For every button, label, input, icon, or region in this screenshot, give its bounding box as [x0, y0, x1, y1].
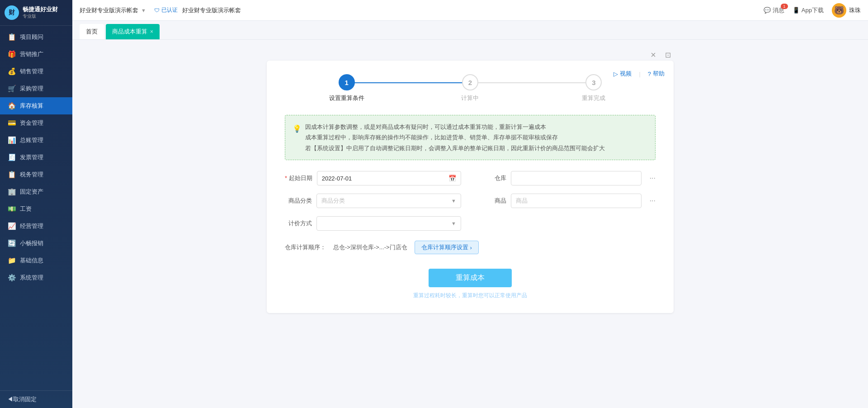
- goods-input[interactable]: 商品: [511, 194, 642, 208]
- message-badge: 1: [781, 4, 788, 9]
- sidebar-label-finance: 资金管理: [20, 119, 43, 127]
- price-method-arrow-icon: ▼: [451, 221, 456, 226]
- project-icon: 📋: [7, 33, 16, 41]
- panel-controls-bar: × ⊡: [267, 49, 674, 61]
- category-label: 商品分类: [285, 197, 312, 205]
- logo-sub: 专业版: [23, 13, 58, 19]
- app-download-button[interactable]: 📱 App下载: [793, 6, 824, 14]
- step-3: 3 重算完成: [532, 74, 656, 102]
- start-date-input[interactable]: 2022-07-01 📅: [317, 171, 461, 185]
- tab-recalc[interactable]: 商品成本重算 ×: [106, 24, 160, 39]
- main-area: 好业财专业版演示帐套 ▼ 🛡 已认证 好业财专业版演示帐套 💬 消息 1 📱 A…: [72, 0, 868, 408]
- step-3-circle: 3: [585, 74, 602, 90]
- sidebar-item-invoice[interactable]: 🧾 发票管理: [0, 149, 72, 166]
- sidebar-label-accounting: 总账管理: [20, 136, 43, 144]
- logo-icon: 财: [5, 5, 19, 20]
- sidebar-item-expense[interactable]: 🔄 小畅报销: [0, 235, 72, 252]
- bulb-icon: 💡: [292, 123, 302, 153]
- topbar: 好业财专业版演示帐套 ▼ 🛡 已认证 好业财专业版演示帐套 💬 消息 1 📱 A…: [72, 0, 868, 21]
- verified-label: 已认证: [161, 6, 178, 14]
- start-date-field: 起始日期 2022-07-01 📅: [285, 171, 461, 185]
- warehouse-order-btn-label: 仓库计算顺序设置: [421, 243, 468, 251]
- recalc-hint: 重算过程耗时较长，重算时您可以正常使用产品: [413, 292, 527, 299]
- sidebar-label-invoice: 发票管理: [20, 153, 43, 161]
- tab-home[interactable]: 首页: [80, 24, 104, 39]
- warehouse-field: 仓库 ···: [479, 171, 656, 185]
- price-method-select[interactable]: ▼: [316, 216, 461, 231]
- basic-icon: 📁: [7, 256, 16, 265]
- step-1-label: 设置重算条件: [329, 94, 364, 102]
- category-select[interactable]: 商品分类 ▼: [316, 194, 461, 208]
- content-panel: ▷ 视频 | ? 帮助 1 设置重算条件: [267, 61, 674, 313]
- goods-more-icon[interactable]: ···: [650, 197, 656, 205]
- start-date-value: 2022-07-01: [322, 175, 352, 182]
- sidebar: 财 畅捷通好业财 专业版 📋 项目顾问 🎁 营销推广 💰 销售管理 🛒 采购管理…: [0, 0, 72, 408]
- form-row-1: 起始日期 2022-07-01 📅 仓库 ···: [285, 171, 656, 185]
- step-2-circle: 2: [462, 74, 478, 90]
- account-arrow-icon: ▼: [141, 8, 146, 13]
- account-selector[interactable]: 好业财专业版演示帐套 ▼: [80, 6, 146, 14]
- sidebar-item-salary[interactable]: 💵 工资: [0, 200, 72, 218]
- pin-toggle-label: ◀取消固定: [7, 395, 37, 403]
- sidebar-label-assets: 固定资产: [20, 188, 43, 196]
- close-panel-icon[interactable]: ×: [648, 49, 659, 61]
- calendar-icon[interactable]: 📅: [448, 175, 456, 182]
- category-placeholder: 商品分类: [321, 197, 345, 205]
- sidebar-item-sales[interactable]: 💰 销售管理: [0, 63, 72, 80]
- form-row-2: 商品分类 商品分类 ▼ 商品 商品 ···: [285, 194, 656, 208]
- message-button[interactable]: 💬 消息 1: [764, 6, 784, 14]
- purchase-icon: 🛒: [7, 85, 16, 93]
- expand-panel-icon[interactable]: ⊡: [662, 50, 674, 60]
- recalc-section: 重算成本 重算过程耗时较长，重算时您可以正常使用产品: [285, 269, 656, 299]
- user-profile[interactable]: 🐻 珠珠: [832, 3, 861, 18]
- warehouse-label: 仓库: [479, 174, 506, 182]
- tab-recalc-close-icon[interactable]: ×: [150, 28, 153, 35]
- operation-icon: 📈: [7, 222, 16, 230]
- logo-name: 畅捷通好业财: [23, 6, 58, 14]
- price-method-label: 计价方式: [285, 219, 312, 228]
- app-download-label: App下载: [802, 6, 824, 14]
- sidebar-label-sales: 销售管理: [20, 67, 43, 76]
- chevron-right-icon: ›: [470, 244, 472, 251]
- sidebar-label-basic: 基础信息: [20, 256, 43, 265]
- logo-text-block: 畅捷通好业财 专业版: [23, 6, 58, 20]
- avatar: 🐻: [832, 3, 846, 18]
- warehouse-order-settings-button[interactable]: 仓库计算顺序设置 ›: [415, 241, 479, 254]
- step-2-num: 2: [468, 79, 472, 86]
- content-area: × ⊡ ▷ 视频 | ? 帮助 1: [72, 40, 868, 408]
- sidebar-item-tax[interactable]: 📋 税务管理: [0, 166, 72, 183]
- warehouse-order-row: 仓库计算顺序： 总仓->深圳仓库->...->门店仓 仓库计算顺序设置 ›: [285, 241, 656, 254]
- step-1-num: 1: [344, 79, 348, 86]
- expense-icon: 🔄: [7, 239, 16, 247]
- sidebar-item-operation[interactable]: 📈 经营管理: [0, 218, 72, 235]
- goods-label: 商品: [479, 197, 506, 205]
- warehouse-more-icon[interactable]: ···: [650, 174, 656, 182]
- sidebar-pin-toggle[interactable]: ◀取消固定: [0, 390, 72, 408]
- sidebar-item-assets[interactable]: 🏢 固定资产: [0, 183, 72, 200]
- price-method-field: 计价方式 ▼: [285, 216, 461, 231]
- recalc-button[interactable]: 重算成本: [429, 269, 512, 287]
- sidebar-label-salary: 工资: [20, 205, 32, 213]
- category-arrow-icon: ▼: [451, 198, 456, 204]
- info-box: 💡 因成本计算参数调整，或是对商品成本有疑问时，可以通过成本重算功能，重新计算一…: [285, 115, 656, 160]
- warehouse-input[interactable]: [511, 171, 642, 185]
- form-section: 起始日期 2022-07-01 📅 仓库 ···: [285, 171, 656, 254]
- sidebar-item-purchase[interactable]: 🛒 采购管理: [0, 80, 72, 97]
- sidebar-item-system[interactable]: ⚙️ 系统管理: [0, 269, 72, 286]
- tabbar: 首页 商品成本重算 ×: [72, 21, 868, 40]
- sidebar-item-project[interactable]: 📋 项目顾问: [0, 28, 72, 46]
- sidebar-label-inventory: 库存核算: [20, 102, 43, 110]
- sidebar-item-basic[interactable]: 📁 基础信息: [0, 252, 72, 269]
- sidebar-item-accounting[interactable]: 📊 总账管理: [0, 132, 72, 149]
- category-field: 商品分类 商品分类 ▼: [285, 194, 461, 208]
- goods-field: 商品 商品 ···: [479, 194, 656, 208]
- form-row-3: 计价方式 ▼: [285, 216, 656, 231]
- sidebar-item-finance[interactable]: 💳 资金管理: [0, 114, 72, 132]
- sidebar-item-marketing[interactable]: 🎁 营销推广: [0, 46, 72, 63]
- tab-recalc-label: 商品成本重算: [112, 28, 147, 36]
- system-icon: ⚙️: [7, 274, 16, 282]
- sidebar-item-inventory[interactable]: 🏠 库存核算: [0, 97, 72, 114]
- user-name: 珠珠: [849, 6, 861, 14]
- info-line-1: 因成本计算参数调整，或是对商品成本有疑问时，可以通过成本重算功能，重新计算一遍成…: [305, 122, 605, 132]
- warehouse-order-value: 总仓->深圳仓库->...->门店仓: [333, 243, 407, 251]
